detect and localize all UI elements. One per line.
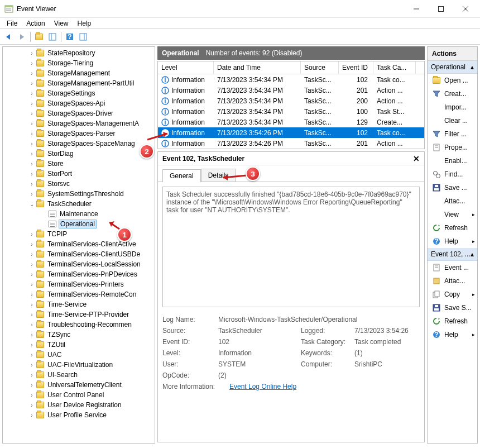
action-item[interactable]: Refresh [428,221,477,235]
action-item[interactable]: View [428,208,477,221]
tree-item[interactable]: ›Troubleshooting-Recommen [3,320,155,330]
action-item[interactable]: Find... [428,168,477,181]
tree-item[interactable]: ›TCPIP [3,229,155,239]
col-source[interactable]: Source [301,61,339,74]
actions-group-event[interactable]: Event 102, ...▴ [428,248,477,261]
tree-item[interactable]: ›User Control Panel [3,390,155,400]
action-item[interactable]: Enabl... [428,154,477,168]
meta-more-link[interactable]: Event Log Online Help [229,383,296,390]
minimize-button[interactable] [404,1,429,17]
action-label: Refresh [444,224,468,232]
forward-button[interactable] [16,31,28,43]
action-item[interactable]: Prope... [428,141,477,154]
tree-item[interactable]: ›TerminalServices-PnPDevices [3,269,155,279]
action-item[interactable]: Clear ... [428,114,477,127]
action-item[interactable]: Creat... [428,87,477,101]
detail-close-button[interactable]: ✕ [413,154,420,163]
tree-item[interactable]: ›User Profile Service [3,410,155,420]
tree-item-label: Time-Service-PTP-Provider [47,311,129,318]
table-row[interactable]: iInformation7/13/2023 3:54:34 PMTaskSc..… [158,117,424,127]
tree-item[interactable]: ›UAC-FileVirtualization [3,360,155,370]
action-item[interactable]: Attac... [428,274,477,288]
menu-action[interactable]: Action [22,19,49,28]
table-row[interactable]: iInformation7/13/2023 3:54:34 PMTaskSc..… [158,74,424,85]
tree-item[interactable]: ›TerminalServices-ClientUSBDe [3,249,155,259]
action-item[interactable]: Save S... [428,301,477,314]
meta-user-value: SYSTEM [218,360,301,368]
tree-item[interactable]: ›StorageSettings [3,88,155,98]
table-row[interactable]: iInformation7/13/2023 3:54:34 PMTaskSc..… [158,106,424,117]
toolbar: ? [0,29,480,45]
tree-item[interactable]: ⌄TaskScheduler [3,199,155,209]
action-item[interactable]: Open ... [428,74,477,87]
tab-general[interactable]: General [162,169,201,182]
tree-item[interactable]: ›Time-Service [3,299,155,309]
action-item[interactable]: Event ... [428,261,477,274]
panes2-button[interactable] [77,31,89,43]
tree-item[interactable]: ›Storage-Tiering [3,58,155,68]
action-item[interactable]: Copy [428,288,477,301]
tree-item[interactable]: ›Storsvc [3,179,155,189]
up-button[interactable] [33,31,45,43]
tree-item[interactable]: ›TerminalServices-LocalSession [3,259,155,269]
back-button[interactable] [2,31,15,43]
action-item[interactable]: Filter ... [428,127,477,141]
action-item[interactable]: Attac... [428,194,477,208]
action-label: View [444,211,459,218]
tree-item[interactable]: ›TerminalServices-Printers [3,279,155,289]
tree-item-label: StorageSpaces-Parser [47,130,115,137]
panes-button[interactable] [46,31,59,43]
menu-file[interactable]: File [2,19,22,28]
tree-pane[interactable]: ›StateRepository›Storage-Tiering›Storage… [2,46,155,444]
tree-item[interactable]: Maintenance [3,209,155,219]
col-eventid[interactable]: Event ID [339,61,373,74]
table-row[interactable]: iInformation7/13/2023 3:54:26 PMTaskSc..… [158,127,424,138]
tree-item[interactable]: ›UI-Search [3,370,155,380]
tree-item-label: User Profile Service [47,411,107,419]
tree-item[interactable]: ›Time-Service-PTP-Provider [3,309,155,320]
tree-item[interactable]: ›StorageManagement [3,68,155,78]
action-item[interactable]: Refresh [428,314,477,328]
tree-item[interactable]: ›StorageSpaces-SpaceManag [3,139,155,149]
tree-item[interactable]: ›StateRepository [3,48,155,58]
tree-item[interactable]: ›TerminalServices-RemoteCon [3,289,155,299]
table-row[interactable]: iInformation7/13/2023 3:54:34 PMTaskSc..… [158,96,424,106]
col-taskcategory[interactable]: Task Ca... [373,61,416,74]
folder-icon [36,130,44,137]
tree-item[interactable]: ›UAC [3,350,155,360]
action-item[interactable]: Save ... [428,181,477,194]
maximize-button[interactable] [429,1,453,17]
tree-item[interactable]: Operational [3,219,155,229]
event-grid[interactable]: Level Date and Time Source Event ID Task… [157,61,425,149]
tab-details[interactable]: Details [201,169,236,182]
tree-item[interactable]: ›TerminalServices-ClientActive [3,239,155,249]
action-item[interactable]: ?Help [428,235,477,248]
tree-item[interactable]: ›StorageSpaces-Driver [3,108,155,118]
action-item[interactable]: Impor... [428,101,477,114]
tree-item[interactable]: ›StorageSpaces-Api [3,98,155,108]
menu-view[interactable]: View [50,19,73,28]
actions-group-operational[interactable]: Operational▴ [428,61,477,74]
tree-item[interactable]: ›UniversalTelemetryClient [3,380,155,390]
tree-item[interactable]: ›SystemSettingsThreshold [3,189,155,199]
close-button[interactable] [453,1,478,17]
menu-help[interactable]: Help [73,19,96,28]
tree-item[interactable]: ›StorageManagement-PartUtil [3,78,155,88]
tree-item[interactable]: ›User Device Registration [3,400,155,410]
tree-item[interactable]: ›StorageSpaces-Parser [3,128,155,139]
tree-item[interactable]: ›Store [3,159,155,169]
action-item[interactable]: ?Help [428,328,477,341]
folder-icon [36,361,44,368]
col-level[interactable]: Level [158,61,214,74]
tree-item[interactable]: ›StorDiag [3,149,155,159]
tree-item[interactable]: ›TZSync [3,330,155,340]
help-button[interactable]: ? [64,31,76,43]
table-row[interactable]: iInformation7/13/2023 3:54:34 PMTaskSc..… [158,85,424,96]
tree-item[interactable]: ›StorPort [3,169,155,179]
tree-item-label: StateRepository [47,49,95,57]
cell-level: iInformation [158,139,214,148]
table-row[interactable]: iInformation7/13/2023 3:54:26 PMTaskSc..… [158,138,424,149]
tree-item[interactable]: ›StorageSpaces-ManagementA [3,118,155,128]
tree-item[interactable]: ›TZUtil [3,340,155,350]
col-date[interactable]: Date and Time [214,61,301,74]
